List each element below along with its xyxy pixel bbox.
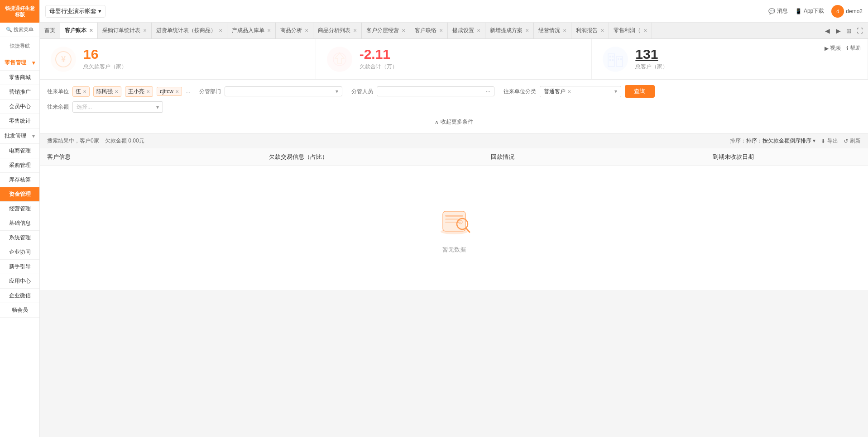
remove-cjttcw[interactable]: ✕ [175, 89, 179, 94]
tab-expand-btn[interactable]: ⊞ [844, 26, 854, 35]
sidebar-item-yingyong[interactable]: 应用中心 [0, 274, 39, 289]
tab-close-retail[interactable]: ✕ [643, 28, 647, 33]
remove-chen[interactable]: ✕ [115, 89, 118, 94]
sidebar-item-caigou[interactable]: 采购管理 [0, 158, 39, 173]
tab-close-purchase[interactable]: ✕ [143, 28, 147, 33]
result-bar: 搜索结果中，客户0家 欠款金额 0.00元 排序：排序：按欠款金额倒序排序 ▾ … [40, 133, 868, 148]
account-selector[interactable]: 母婴行业演示帐套 ▾ [45, 5, 106, 18]
person-select[interactable]: ··· [377, 86, 494, 96]
filter-tag-cjttcw[interactable]: cjttcw ✕ [157, 87, 182, 96]
dept-select[interactable]: ▾ [225, 86, 342, 96]
help-icon: ℹ [846, 45, 849, 52]
sidebar-item-chang[interactable]: 畅会员 [0, 303, 39, 318]
tab-close-business[interactable]: ✕ [563, 28, 566, 33]
tab-retail-profit[interactable]: 零售利润（ ✕ [609, 23, 652, 39]
tab-home[interactable]: 首页 [40, 23, 60, 39]
sidebar-item-huiyuan[interactable]: 会员中心 [0, 100, 39, 114]
stat-total-debt-customers: ¥ 16 总欠款客户（家） [40, 39, 316, 79]
app-download-btn[interactable]: 📱 App下载 [795, 7, 824, 15]
tab-close-goodslist[interactable]: ✕ [353, 28, 357, 33]
tab-business-stat[interactable]: 经营情况 ✕ [534, 23, 571, 39]
collapse-btn[interactable]: ∧ 收起更多条件 [47, 116, 861, 128]
svg-rect-6 [612, 56, 614, 57]
help-btn[interactable]: ℹ 帮助 [846, 44, 861, 52]
sidebar-item-lingshouguan[interactable]: 零售管理▾ [0, 55, 39, 71]
sidebar-item-kuaijie[interactable]: 快捷导航 [0, 40, 39, 52]
tab-profit-report[interactable]: 利润报告 ✕ [571, 23, 609, 39]
sidebar-item-xitong[interactable]: 系统管理 [0, 231, 39, 245]
result-actions: 排序：排序：按欠款金额倒序排序 ▾ ⬇ 导出 ↺ 刷新 [730, 137, 861, 145]
person-more: ··· [486, 88, 490, 95]
sidebar-item-lingshoustat[interactable]: 零售统计 [0, 114, 39, 128]
svg-rect-4 [616, 57, 623, 66]
tab-purchase-orders[interactable]: 采购订单统计表 ✕ [98, 23, 152, 39]
tab-customers[interactable]: 客户账本 ✕ [60, 23, 98, 39]
tab-goods-analysis-list[interactable]: 商品分析列表 ✕ [313, 23, 362, 39]
dept-label: 分管部门 [199, 88, 221, 95]
sidebar-item-xinshou[interactable]: 新手引导 [0, 260, 39, 274]
tab-goods-analysis[interactable]: 商品分析 ✕ [276, 23, 313, 39]
balance-select[interactable]: 选择... ▾ [72, 101, 163, 113]
tab-close-goods[interactable]: ✕ [305, 28, 308, 33]
sidebar-item-yingxiao[interactable]: 营销推广 [0, 85, 39, 100]
video-btn[interactable]: ▶ 视频 [825, 44, 841, 52]
tab-close-customers[interactable]: ✕ [89, 28, 93, 33]
query-button[interactable]: 查询 [625, 85, 655, 98]
sidebar-item-dianshang[interactable]: 电商管理 [0, 144, 39, 158]
remove-wu[interactable]: ✕ [83, 89, 86, 94]
tab-raise-settings[interactable]: 提成设置 ✕ [448, 23, 485, 39]
unit-class-select[interactable]: 普通客户 ✕ ▾ [540, 86, 621, 97]
sidebar-item-pifa[interactable]: 批发管理▾ [0, 128, 39, 144]
sidebar-item-lingshougmall[interactable]: 零售商城 [0, 71, 39, 85]
tab-next-btn[interactable]: ▶ [834, 26, 843, 35]
filter-tag-wu[interactable]: 伍 ✕ [72, 86, 90, 97]
tab-customer-contact[interactable]: 客户联络 ✕ [410, 23, 448, 39]
tab-close-contact[interactable]: ✕ [439, 28, 443, 33]
stat-label-customers: 总欠款客户（家） [83, 63, 127, 71]
dept-chevron: ▾ [336, 88, 338, 95]
tab-production[interactable]: 产成品入库单 ✕ [227, 23, 276, 39]
sidebar-item-jichu[interactable]: 基础信息 [0, 216, 39, 231]
tab-close-stock[interactable]: ✕ [219, 28, 222, 33]
remove-wang[interactable]: ✕ [146, 89, 150, 94]
filter-tag-wang[interactable]: 王小亮 ✕ [125, 86, 153, 97]
col-debt-info: 欠款交易信息（占比） [269, 153, 491, 161]
phone-icon: 📱 [795, 8, 802, 14]
user-avatar[interactable]: d demo2 [831, 5, 863, 18]
account-name: 母婴行业演示帐套 [49, 7, 96, 15]
message-icon: 💬 [768, 8, 775, 14]
tab-close-production[interactable]: ✕ [267, 28, 271, 33]
sidebar-item-jingying[interactable]: 经营管理 [0, 202, 39, 216]
sidebar-item-kucun[interactable]: 库存核算 [0, 173, 39, 187]
page-content: ¥ 16 总欠款客户（家） -2.11 欠款合计（万） [40, 39, 868, 437]
tab-prev-btn[interactable]: ◀ [823, 26, 832, 35]
stats-bar: ¥ 16 总欠款客户（家） -2.11 欠款合计（万） [40, 39, 868, 80]
debt-icon [327, 47, 352, 72]
sidebar-search[interactable]: 🔍 搜索菜单 [0, 23, 39, 37]
avatar: d [831, 5, 844, 18]
tab-fullscreen-btn[interactable]: ⛶ [855, 26, 864, 35]
sidebar-item-qiyeweixin[interactable]: 企业微信 [0, 289, 39, 303]
col-due-date: 到期未收款日期 [713, 153, 861, 161]
tab-close-raise[interactable]: ✕ [477, 28, 480, 33]
yuan-icon: ¥ [51, 47, 76, 72]
tab-close-profit[interactable]: ✕ [600, 28, 604, 33]
empty-state: 暂无数据 [40, 166, 868, 290]
message-btn[interactable]: 💬 消息 [768, 7, 788, 15]
export-icon: ⬇ [821, 138, 825, 144]
sidebar-item-zijin[interactable]: 资金管理 [0, 187, 39, 202]
tab-new-achieve[interactable]: 新增提成方案 ✕ [485, 23, 534, 39]
sidebar-logo[interactable]: 畅捷通好生意 标版 [0, 0, 39, 23]
stat-label-total: 总客户（家） [635, 63, 668, 71]
filter-more-btn[interactable]: ... [186, 88, 190, 95]
tab-close-segment[interactable]: ✕ [402, 28, 405, 33]
sidebar-item-qiye[interactable]: 企业协同 [0, 245, 39, 260]
tab-customer-segment[interactable]: 客户分层经营 ✕ [362, 23, 410, 39]
remove-unit-class[interactable]: ✕ [567, 89, 571, 94]
refresh-btn[interactable]: ↺ 刷新 [844, 137, 861, 145]
refresh-icon: ↺ [844, 138, 848, 144]
tab-close-achieve[interactable]: ✕ [525, 28, 529, 33]
export-btn[interactable]: ⬇ 导出 [821, 137, 838, 145]
filter-tag-chen[interactable]: 陈民强 ✕ [93, 86, 121, 97]
tab-stock-stats[interactable]: 进货单统计表（按商品） ✕ [152, 23, 227, 39]
